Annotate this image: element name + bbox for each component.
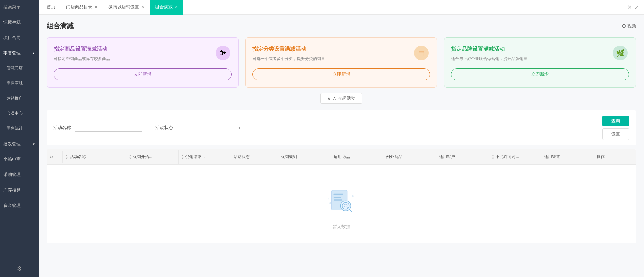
svg-rect-2: [333, 197, 341, 198]
brand-card-desc: 适合与上游企业联合做营销，提升品牌销量: [451, 56, 629, 62]
close-window-icon[interactable]: ✕: [627, 4, 632, 10]
svg-rect-3: [333, 199, 342, 200]
query-button[interactable]: 查询: [602, 116, 629, 126]
sidebar-item-xiaochang-ecom[interactable]: 小畅电商: [0, 152, 39, 167]
sidebar-item-marketing[interactable]: 营销推广: [0, 91, 39, 106]
sidebar-item-retail-stats[interactable]: 零售统计: [0, 121, 39, 136]
tab-store-catalog-close[interactable]: ✕: [94, 5, 98, 9]
settings-button[interactable]: 设置: [602, 128, 629, 140]
sidebar-item-inventory-check[interactable]: 库存核算: [0, 182, 39, 198]
product-card-add-btn[interactable]: 立即新增: [54, 68, 232, 80]
category-card-add-btn[interactable]: 立即新增: [252, 68, 430, 80]
sort-arrows-icon: ▲▼: [129, 154, 132, 160]
th-applicable-channels-label: 适用渠道: [544, 154, 560, 160]
sidebar-item-retail-management[interactable]: 零售管理 ▲: [0, 45, 39, 61]
th-applicable-channels: 适用渠道: [541, 150, 594, 164]
category-card-desc: 可选一个或者多个分类，提升分类的销量: [252, 56, 430, 62]
cards-row: 🛍 指定商品设置满减活动 可指定滞销商品或库存较多商品 立即新增 ▦ 指定分类设…: [47, 37, 636, 88]
sidebar-label-marketing: 营销推广: [7, 96, 23, 101]
brand-card-icon: 🌿: [613, 46, 628, 60]
sidebar: 搜索菜单 快捷导航 项目合同 零售管理 ▲ 智慧门店 零售商城 营销推广 会员中…: [0, 0, 39, 277]
sidebar-label-funds-mgmt: 资金管理: [3, 203, 21, 209]
activity-name-label: 活动名称: [53, 125, 71, 131]
gear-icon: ⚙: [17, 265, 22, 272]
product-card-icon: 🛍: [216, 46, 230, 60]
sidebar-label-retail-management: 零售管理: [3, 50, 21, 56]
sidebar-item-quick-nav[interactable]: 快捷导航: [0, 14, 39, 30]
sidebar-item-member-center[interactable]: 会员中心: [0, 106, 39, 121]
tab-wechat-store-settings-close[interactable]: ✕: [141, 5, 144, 9]
th-promo-start-label: 促销开始...: [133, 154, 152, 160]
brand-card-title: 指定品牌设置满减活动: [451, 46, 629, 53]
th-promo-end-label: 促销结束...: [185, 154, 205, 160]
th-applicable-customers: 适用客户: [436, 150, 489, 164]
table-header: ⚙ ▲▼ 活动名称 ▲▼ 促销开始... ▲▼ 促销结束... 活动状态: [47, 149, 636, 165]
sidebar-item-wholesale-mgmt[interactable]: 批发管理 ▼: [0, 136, 39, 152]
th-activity-status-label: 活动状态: [234, 154, 250, 160]
th-no-concurrent[interactable]: ▲▼ 不允许同时...: [489, 150, 542, 164]
play-circle-icon: ⊙: [622, 23, 626, 29]
svg-point-9: [329, 202, 331, 204]
svg-rect-1: [333, 194, 343, 195]
shopping-bag-icon: 🛍: [219, 49, 227, 57]
tab-combo-discount[interactable]: 组合满减 ✕: [150, 0, 183, 15]
category-card-title: 指定分类设置满减活动: [252, 46, 430, 53]
sidebar-item-purchase-mgmt[interactable]: 采购管理: [0, 167, 39, 182]
activity-name-input[interactable]: [75, 124, 142, 132]
sidebar-label-wholesale-mgmt: 批发管理: [3, 141, 21, 147]
sidebar-label-purchase-mgmt: 采购管理: [3, 172, 21, 178]
th-no-concurrent-label: 不允许同时...: [496, 154, 519, 160]
search-buttons: 查询 设置: [602, 116, 629, 140]
activity-status-field: 活动状态 ▼: [155, 124, 244, 131]
sort-arrows-icon: ▲▼: [65, 154, 68, 160]
th-activity-name-label: 活动名称: [70, 154, 86, 160]
category-card: ▦ 指定分类设置满减活动 可选一个或者多个分类，提升分类的销量 立即新增: [245, 37, 438, 88]
tab-wechat-store-settings-label: 微商城店铺设置: [108, 4, 139, 10]
chevron-up-icon: ▲: [32, 51, 35, 55]
activity-status-select[interactable]: ▼: [177, 124, 244, 131]
tab-store-catalog[interactable]: 门店商品目录 ✕: [61, 0, 103, 15]
category-grid-icon: ▦: [418, 49, 425, 57]
sidebar-label-smart-store: 智慧门店: [7, 65, 23, 71]
th-promo-start[interactable]: ▲▼ 促销开始...: [126, 150, 179, 164]
empty-state-illustration: [325, 185, 358, 218]
th-activity-name[interactable]: ▲▼ 活动名称: [63, 150, 126, 164]
brand-card-add-btn[interactable]: 立即新增: [451, 68, 629, 80]
sidebar-item-funds-mgmt[interactable]: 资金管理: [0, 198, 39, 213]
empty-state-text: 暂无数据: [333, 224, 350, 230]
leaf-icon: 🌿: [616, 49, 625, 57]
th-applicable-products: 适用商品: [331, 150, 384, 164]
main-area: 首页 门店商品目录 ✕ 微商城店铺设置 ✕ 组合满减 ✕ ✕ ⤢ 组合满减 ⊙ …: [39, 0, 644, 277]
th-promo-end[interactable]: ▲▼ 促销结束...: [179, 150, 231, 164]
th-applicable-customers-label: 适用客户: [439, 154, 455, 160]
product-card: 🛍 指定商品设置满减活动 可指定滞销商品或库存较多商品 立即新增: [47, 37, 239, 88]
empty-state: 暂无数据: [47, 165, 636, 243]
sort-arrows-icon: ▲▼: [181, 154, 184, 160]
sidebar-search[interactable]: 搜索菜单: [0, 0, 39, 14]
fullscreen-icon[interactable]: ⤢: [634, 4, 639, 10]
sidebar-item-project-contract[interactable]: 项目合同: [0, 30, 39, 45]
sidebar-item-retail-mall[interactable]: 零售商城: [0, 76, 39, 91]
th-applicable-products-label: 适用商品: [334, 154, 350, 160]
collapse-icon: ∧: [327, 96, 331, 101]
tab-home[interactable]: 首页: [41, 0, 61, 15]
svg-point-10: [328, 198, 329, 199]
tab-combo-discount-close[interactable]: ✕: [175, 5, 178, 9]
product-card-title: 指定商品设置满减活动: [54, 46, 232, 53]
page-content: 组合满减 ⊙ 视频 🛍 指定商品设置满减活动 可指定滞销商品或库存较多商品 立即…: [39, 15, 644, 277]
tab-bar-controls: ✕ ⤢: [627, 4, 641, 10]
video-link[interactable]: ⊙ 视频: [622, 23, 636, 29]
sidebar-label-xiaochang-ecom: 小畅电商: [3, 156, 21, 162]
th-settings[interactable]: ⚙: [47, 151, 63, 163]
collapse-activities-btn[interactable]: ∧ ∧ 收起活动: [320, 93, 362, 104]
tab-wechat-store-settings[interactable]: 微商城店铺设置 ✕: [103, 0, 150, 15]
sidebar-settings[interactable]: ⚙: [0, 260, 39, 277]
table-settings-icon: ⚙: [49, 155, 53, 159]
activity-status-label: 活动状态: [155, 125, 173, 131]
sidebar-item-smart-store[interactable]: 智慧门店: [0, 61, 39, 76]
page-title: 组合满减: [47, 21, 74, 31]
th-operation-label: 操作: [597, 154, 605, 160]
th-exception-products: 例外商品: [383, 150, 436, 164]
chevron-down-icon: ▼: [32, 142, 35, 146]
tab-store-catalog-label: 门店商品目录: [66, 4, 92, 10]
